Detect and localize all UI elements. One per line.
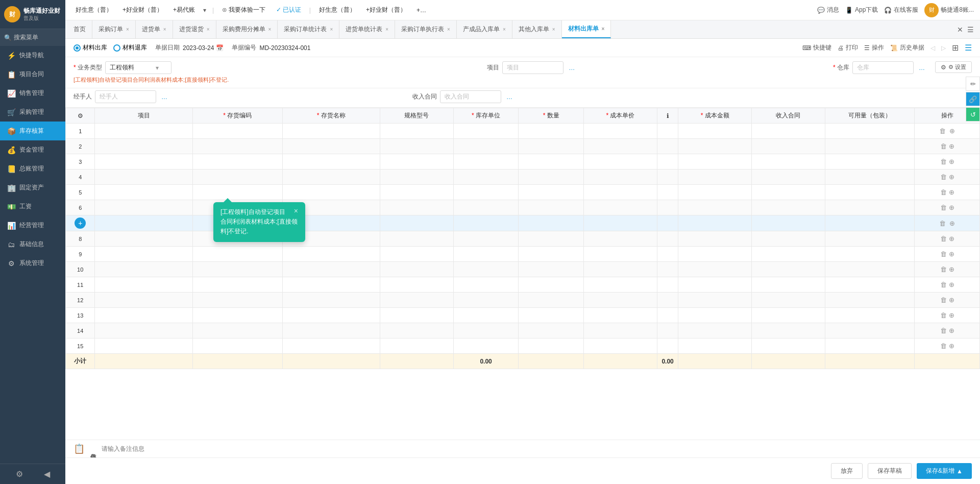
copy-row-icon[interactable]: ⊕	[949, 173, 954, 181]
delete-row-icon[interactable]: 🗑	[940, 188, 947, 196]
row-project[interactable]	[95, 124, 193, 139]
tab-incoming[interactable]: 进货单 ×	[136, 20, 173, 38]
sidebar-item-purchase[interactable]: 🛒 采购管理	[0, 103, 65, 122]
row-qty[interactable]	[519, 124, 584, 139]
calendar-icon[interactable]: 📅	[216, 44, 224, 52]
copy-row-icon[interactable]: ⊕	[949, 235, 954, 243]
collapse-icon[interactable]: ◀	[44, 469, 50, 479]
row-spec[interactable]	[380, 124, 454, 139]
sidebar-item-finance[interactable]: 💰 资金管理	[0, 140, 65, 159]
copy-row-icon[interactable]: ⊕	[949, 158, 954, 165]
copy-row-icon[interactable]: ⊕	[949, 265, 954, 273]
user-menu[interactable]: 财 畅捷通8账...	[924, 3, 974, 17]
copy-row-icon[interactable]: ⊕	[949, 311, 954, 319]
tab-return[interactable]: 进货退货 ×	[173, 20, 216, 38]
row-contract[interactable]	[751, 124, 825, 139]
handler-dots[interactable]: …	[161, 93, 167, 101]
delete-row-icon[interactable]: 🗑	[940, 327, 947, 334]
nav-haoshengyi[interactable]: 好生意（普）	[71, 4, 116, 16]
right-panel-link-icon[interactable]: 🔗	[966, 92, 980, 106]
tooltip-close-button[interactable]: ×	[294, 207, 298, 214]
tab-close-product-stock[interactable]: ×	[503, 27, 506, 32]
nav-haoyecai2[interactable]: +好业财（普）	[362, 4, 410, 16]
delete-row-icon[interactable]: 🗑	[940, 311, 947, 319]
sidebar-item-sales[interactable]: 📈 销售管理	[0, 84, 65, 103]
right-panel-refresh-icon[interactable]: ↺	[966, 107, 980, 122]
print-action[interactable]: 🖨 打印	[838, 43, 858, 52]
income-contract-dots[interactable]: …	[506, 93, 512, 101]
copy-row-icon[interactable]: ⊕	[949, 204, 954, 211]
warehouse-input[interactable]: 仓库	[852, 61, 914, 74]
tab-close-other-stock[interactable]: ×	[552, 27, 555, 32]
settings-button[interactable]: ⚙ ⚙ 设置	[935, 61, 972, 73]
delete-row-icon[interactable]: 🗑	[940, 265, 947, 273]
nav-dropdown[interactable]: ▾	[201, 5, 208, 16]
row-unit[interactable]	[453, 124, 519, 139]
nav-certified[interactable]: ✓ 已认证	[272, 4, 305, 16]
close-all-icon[interactable]: ✕	[957, 26, 963, 34]
copy-row-icon[interactable]: ⊕	[949, 327, 954, 334]
handler-input[interactable]: 经手人	[95, 90, 156, 103]
tab-home[interactable]: 首页	[67, 20, 92, 38]
tab-other-stock[interactable]: 其他入库单 ×	[512, 20, 562, 38]
dropdown-arrow-icon[interactable]: ▲	[957, 468, 963, 475]
copy-row-icon[interactable]: ⊕	[949, 220, 955, 227]
tab-product-stock[interactable]: 产成品入库单 ×	[457, 20, 512, 38]
nav-experience[interactable]: ⊙ 我要体验一下	[218, 4, 270, 16]
delete-row-icon[interactable]: 🗑	[940, 235, 947, 243]
copy-row-icon[interactable]: ⊕	[949, 127, 955, 135]
operations-action[interactable]: ☰ 操作	[864, 43, 884, 52]
nav-next-icon[interactable]: ▷	[941, 44, 946, 52]
income-contract-input[interactable]: 收入合同	[440, 90, 501, 103]
row-available[interactable]	[825, 124, 915, 139]
warehouse-dots[interactable]: …	[919, 64, 925, 71]
history-action[interactable]: 📜 历史单据	[890, 43, 924, 52]
delete-row-icon[interactable]: 🗑	[940, 204, 947, 211]
radio-material-return[interactable]: 材料退库	[113, 43, 147, 52]
tab-close-material-out[interactable]: ×	[602, 26, 605, 32]
nav-haoyecai[interactable]: +好业财（普）	[118, 4, 167, 16]
tab-close-purchase-order[interactable]: ×	[126, 27, 129, 32]
sidebar-item-project[interactable]: 📋 项目合同	[0, 65, 65, 84]
copy-row-icon[interactable]: ⊕	[949, 250, 954, 258]
add-row-button[interactable]: +	[75, 217, 86, 229]
delete-row-icon[interactable]: 🗑	[939, 127, 946, 135]
delete-row-icon[interactable]: 🗑	[940, 342, 947, 350]
search-menu-button[interactable]: 🔍 搜索菜单	[0, 29, 65, 46]
delete-row-icon[interactable]: 🗑	[939, 220, 946, 227]
tab-close-return[interactable]: ×	[207, 27, 210, 32]
project-dots[interactable]: …	[569, 64, 575, 71]
app-download-button[interactable]: 📱 App下载	[845, 6, 878, 14]
sidebar-item-salary[interactable]: 💵 工资	[0, 197, 65, 216]
project-input[interactable]: 项目	[502, 61, 564, 74]
delete-row-icon[interactable]: 🗑	[940, 173, 947, 181]
copy-row-icon[interactable]: ⊕	[949, 281, 954, 288]
copy-row-icon[interactable]: ⊕	[949, 342, 954, 350]
row-name[interactable]	[282, 124, 380, 139]
sidebar-item-operations[interactable]: 📊 经营管理	[0, 216, 65, 235]
delete-row-icon[interactable]: 🗑	[940, 250, 947, 258]
delete-row-icon[interactable]: 🗑	[940, 142, 947, 150]
delete-row-icon[interactable]: 🗑	[940, 296, 947, 304]
tab-purchase-expense[interactable]: 采购费用分摊单 ×	[216, 20, 278, 38]
copy-row-icon[interactable]: ⊕	[949, 142, 954, 150]
save-draft-button[interactable]: 保存草稿	[868, 463, 912, 479]
sidebar-item-ledger[interactable]: 📒 总账管理	[0, 159, 65, 178]
sidebar-item-system[interactable]: ⚙ 系统管理	[0, 254, 65, 273]
delete-row-icon[interactable]: 🗑	[940, 281, 947, 288]
radio-material-out[interactable]: 材料出库	[74, 43, 107, 52]
sidebar-item-shortcut[interactable]: ⚡ 快捷导航	[0, 46, 65, 65]
nav-more[interactable]: +…	[412, 5, 430, 16]
settings-icon[interactable]: ⚙	[16, 469, 23, 479]
online-service-button[interactable]: 🎧 在线客服	[884, 6, 918, 14]
quick-key-action[interactable]: ⌨ 快捷键	[802, 43, 831, 52]
discard-button[interactable]: 放弃	[831, 463, 863, 479]
message-button[interactable]: 💬 消息	[817, 6, 839, 14]
active-row-project-input[interactable]	[98, 220, 189, 227]
nav-yidaizhang[interactable]: +易代账	[169, 4, 199, 16]
th-gear[interactable]: ⚙	[66, 108, 95, 124]
save-new-button[interactable]: 保存&新增 ▲	[917, 463, 972, 479]
tab-purchase-exec[interactable]: 采购订单执行表 ×	[395, 20, 457, 38]
delete-row-icon[interactable]: 🗑	[940, 158, 947, 165]
tab-close-incoming-stats[interactable]: ×	[385, 27, 388, 32]
